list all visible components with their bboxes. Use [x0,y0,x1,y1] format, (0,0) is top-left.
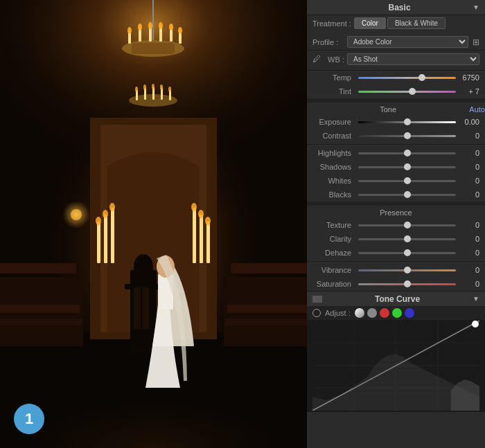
temp-slider-row: Temp 6750 [307,71,485,84]
svg-rect-42 [111,208,114,263]
contrast-slider-track[interactable] [358,135,456,137]
svg-point-61 [62,201,90,229]
shadows-slider-thumb[interactable] [404,163,411,170]
tone-curve-arrow[interactable]: ▼ [473,295,479,303]
svg-rect-14 [132,43,175,54]
exposure-slider-track[interactable] [358,121,456,123]
svg-point-46 [96,217,101,225]
svg-rect-10 [227,305,307,313]
dehaze-label: Dehaze [312,249,355,257]
svg-point-48 [109,203,115,211]
panel-collapse-arrow[interactable]: ▼ [473,3,479,11]
clarity-slider-track[interactable] [358,238,456,240]
tint-label: Tint [312,87,355,96]
presence-label: Presence [307,208,485,217]
tone-curve-header: Tone Curve ▼ [307,291,485,306]
blacks-slider-row: Blacks 0 [307,188,485,201]
tone-auto-btn[interactable]: Auto [469,105,485,114]
channel-white-icon[interactable] [355,308,364,318]
svg-point-21 [127,27,132,34]
temp-slider-thumb[interactable] [418,74,425,81]
contrast-value: 0 [459,132,479,140]
adjust-label: Adjust : [325,309,351,317]
vibrance-value: 0 [459,266,479,274]
eyedropper-icon[interactable]: 🖊 [312,54,324,65]
svg-point-49 [191,203,197,211]
temp-slider-track[interactable] [358,77,456,79]
exposure-label: Exposure [312,118,355,126]
vibrance-slider-track[interactable] [358,269,456,271]
svg-point-36 [160,84,163,90]
svg-rect-7 [0,319,82,325]
shadows-label: Shadows [312,163,355,171]
whites-slider-track[interactable] [358,180,456,182]
svg-point-47 [103,210,108,218]
target-icon[interactable] [312,309,321,317]
profile-select[interactable]: Adobe Color [347,36,468,48]
tone-curve-title: Tone Curve [322,294,473,304]
texture-slider-thumb[interactable] [404,222,411,229]
svg-point-23 [148,22,152,29]
temp-label: Temp [312,73,355,82]
tint-slider-thumb[interactable] [409,88,416,95]
dehaze-slider-thumb[interactable] [404,249,411,256]
svg-point-37 [168,87,171,92]
right-panel: Basic ▼ Treatment : Color Black & White … [307,0,485,448]
svg-point-70 [472,321,479,328]
grid-icon[interactable]: ⊞ [473,37,479,47]
exposure-slider-row: Exposure 0.00 [307,115,485,129]
wb-label: WB : [328,55,347,64]
wb-row: 🖊 WB : As Shot [312,53,479,65]
blacks-slider-track[interactable] [358,194,456,196]
channel-green-icon[interactable] [392,308,402,318]
panel-content: Treatment : Color Black & White Profile … [307,15,485,448]
contrast-label: Contrast [312,132,355,140]
whites-slider-thumb[interactable] [404,177,411,184]
channel-blue-icon[interactable] [405,308,414,318]
profile-row: Profile : Adobe Color ⊞ [307,34,485,51]
highlights-slider-track[interactable] [358,152,456,154]
channel-rgb-icon[interactable] [367,308,377,318]
vibrance-label: Vibrance [312,266,355,274]
exposure-value: 0.00 [459,118,479,126]
texture-label: Texture [312,221,355,229]
tint-value: + 7 [459,87,479,96]
blacks-label: Blacks [312,190,355,199]
presence-section-title: Presence [307,206,485,218]
wb-select[interactable]: As Shot [347,53,479,65]
contrast-slider-thumb[interactable] [404,132,411,139]
saturation-slider-thumb[interactable] [404,280,411,287]
shadows-slider-track[interactable] [358,166,456,168]
treatment-color-btn[interactable]: Color [354,17,386,29]
treatment-bw-btn[interactable]: Black & White [387,17,446,29]
dehaze-value: 0 [459,249,479,257]
tint-slider-track[interactable] [358,91,456,93]
svg-rect-11 [225,319,307,325]
svg-rect-5 [0,263,76,274]
tone-section-title: Tone Auto [307,102,485,115]
highlights-slider-thumb[interactable] [404,150,411,156]
clarity-slider-thumb[interactable] [404,235,411,242]
saturation-value: 0 [459,280,479,288]
exposure-slider-thumb[interactable] [404,118,411,125]
treatment-label: Treatment : [312,19,354,28]
highlights-slider-row: Highlights 0 [307,146,485,160]
texture-value: 0 [459,221,479,229]
tint-slider-row: Tint + 7 [307,84,485,98]
clarity-slider-row: Clarity 0 [307,232,485,246]
shadows-slider-row: Shadows 0 [307,160,485,174]
svg-rect-6 [0,305,80,313]
vibrance-slider-thumb[interactable] [404,267,411,274]
svg-rect-43 [193,208,196,263]
svg-point-51 [205,217,211,225]
step-badge: 1 [14,404,44,434]
texture-slider-track[interactable] [358,224,456,226]
dehaze-slider-track[interactable] [358,252,456,254]
saturation-slider-track[interactable] [358,283,456,285]
svg-rect-40 [97,222,100,263]
blacks-slider-thumb[interactable] [404,191,411,198]
svg-rect-45 [206,222,210,263]
whites-value: 0 [459,177,479,185]
tone-curve-icon [312,296,322,303]
channel-red-icon[interactable] [380,308,389,318]
